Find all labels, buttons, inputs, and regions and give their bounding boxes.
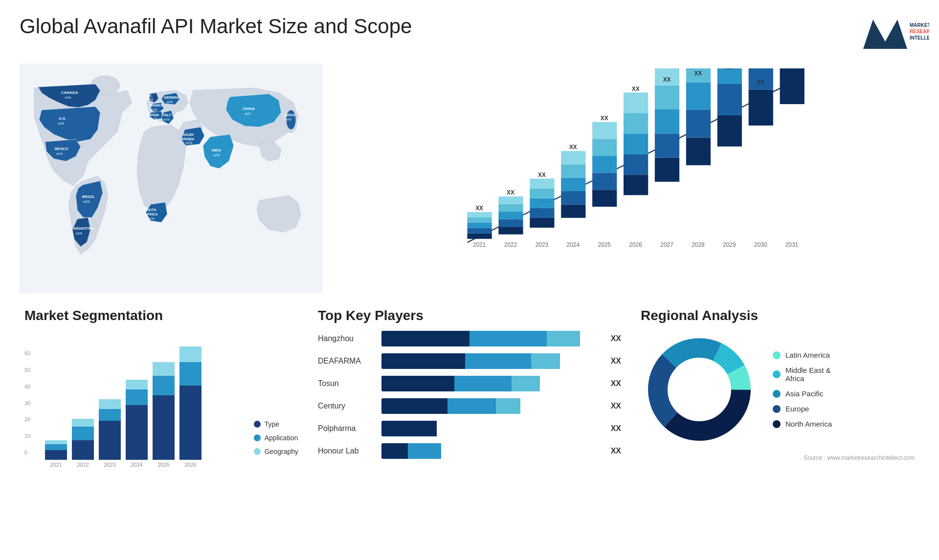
- svg-rect-104: [749, 90, 773, 126]
- player-name-polpharma: Polpharma: [318, 424, 377, 433]
- svg-text:2031: 2031: [785, 241, 799, 248]
- svg-text:xx%: xx%: [65, 96, 71, 99]
- svg-text:2027: 2027: [660, 241, 673, 248]
- svg-rect-65: [561, 178, 585, 191]
- player-row-hangzhou: Hangzhou XX: [318, 331, 621, 346]
- svg-text:xx%: xx%: [186, 141, 192, 145]
- y-label-60: 60: [24, 350, 35, 356]
- svg-text:xx%: xx%: [83, 200, 89, 203]
- svg-point-119: [670, 360, 729, 419]
- seg-bars-area: 2021 2022: [45, 350, 244, 468]
- svg-text:xx%: xx%: [147, 98, 153, 101]
- svg-rect-44: [467, 223, 492, 228]
- svg-text:RESEARCH: RESEARCH: [910, 29, 929, 34]
- svg-rect-58: [530, 198, 554, 208]
- svg-rect-59: [530, 189, 554, 198]
- svg-text:2028: 2028: [692, 241, 705, 248]
- player-xx-tosun: XX: [611, 379, 621, 388]
- player-name-century: Century: [318, 402, 377, 410]
- dot-latin-america: [773, 351, 781, 359]
- page-title: Global Avanafil API Market Size and Scop…: [20, 15, 412, 38]
- label-north-america: North America: [785, 420, 832, 428]
- player-bar-honour-lab: [381, 443, 602, 459]
- svg-rect-91: [686, 138, 711, 166]
- svg-rect-84: [655, 158, 679, 182]
- svg-text:U.S.: U.S.: [59, 116, 67, 121]
- svg-rect-81: [624, 92, 648, 113]
- svg-text:2029: 2029: [723, 241, 736, 248]
- player-bar-hangzhou: [381, 331, 602, 346]
- seg-bar-2022: 2022: [72, 419, 94, 468]
- player-name-honour-lab: Honour Lab: [318, 447, 377, 455]
- svg-text:XX: XX: [507, 189, 514, 196]
- label-asia-pacific: Asia Pacific: [785, 389, 824, 398]
- regional-section: Regional Analysis: [636, 303, 919, 538]
- source-text: Source : www.marketresearchintellect.com: [804, 454, 915, 461]
- svg-text:SAUDI: SAUDI: [183, 133, 194, 136]
- legend-application: Application: [254, 434, 298, 442]
- svg-text:BRAZIL: BRAZIL: [82, 195, 95, 198]
- svg-text:2026: 2026: [629, 241, 642, 248]
- y-label-10: 10: [24, 433, 35, 439]
- player-row-century: Century XX: [318, 398, 621, 414]
- svg-text:2024: 2024: [567, 241, 580, 248]
- svg-text:2023: 2023: [536, 241, 549, 248]
- svg-rect-52: [498, 204, 523, 212]
- seg-bar-2024: 2024: [126, 380, 148, 468]
- svg-rect-72: [592, 156, 617, 173]
- svg-text:xx%: xx%: [151, 108, 157, 111]
- legend-dot-type: [254, 421, 261, 428]
- player-row-polpharma: Polpharma XX: [318, 421, 621, 436]
- player-row-honour-lab: Honour Lab XX: [318, 443, 621, 459]
- svg-rect-92: [686, 110, 711, 138]
- svg-text:2022: 2022: [504, 241, 517, 248]
- svg-text:AFRICA: AFRICA: [145, 213, 157, 216]
- svg-rect-43: [467, 228, 492, 234]
- seg-bar-2026: 2026: [179, 346, 201, 468]
- svg-rect-71: [592, 173, 617, 190]
- player-xx-deafarma: XX: [611, 357, 621, 366]
- world-map: CANADA xx% U.S. xx% MEXICO xx% BRAZIL: [20, 64, 323, 293]
- player-xx-polpharma: XX: [611, 424, 621, 433]
- bar-chart-svg: XX 2021 XX 2022: [337, 68, 910, 274]
- svg-rect-63: [561, 204, 585, 217]
- seg-bar-2025: 2025: [153, 362, 175, 468]
- svg-text:SPAIN: SPAIN: [149, 113, 159, 117]
- key-players-title: Top Key Players: [318, 308, 621, 323]
- dot-middle-east-africa: [773, 370, 781, 378]
- svg-text:XX: XX: [725, 68, 733, 71]
- svg-text:CANADA: CANADA: [61, 90, 78, 95]
- players-list: Hangzhou XX DEAFARMA: [318, 331, 621, 459]
- svg-text:ITALY: ITALY: [162, 113, 171, 117]
- player-row-tosun: Tosun XX: [318, 376, 621, 391]
- svg-text:xx%: xx%: [285, 118, 291, 121]
- svg-rect-60: [530, 179, 554, 189]
- legend-dot-geography: [254, 448, 261, 455]
- legend-dot-application: [254, 434, 261, 441]
- svg-rect-53: [498, 196, 523, 204]
- player-xx-century: XX: [611, 402, 621, 410]
- svg-text:XX: XX: [569, 144, 577, 151]
- svg-text:CHINA: CHINA: [243, 107, 255, 111]
- svg-text:xx%: xx%: [151, 117, 157, 121]
- y-label-30: 30: [24, 400, 35, 406]
- svg-rect-73: [592, 139, 617, 156]
- svg-text:2030: 2030: [754, 241, 767, 248]
- legend-type: Type: [254, 420, 298, 428]
- label-latin-america: Latin America: [785, 351, 830, 359]
- svg-rect-86: [655, 109, 679, 133]
- bottom-section: Market Segmentation 0 10 20 30 40 50 60: [20, 303, 919, 538]
- svg-rect-46: [467, 212, 492, 217]
- main-grid: CANADA xx% U.S. xx% MEXICO xx% BRAZIL: [20, 64, 919, 538]
- svg-text:XX: XX: [632, 86, 640, 92]
- svg-rect-98: [717, 115, 742, 147]
- svg-rect-64: [561, 191, 585, 204]
- svg-text:MEXICO: MEXICO: [55, 147, 68, 151]
- header: Global Avanafil API Market Size and Scop…: [20, 15, 919, 54]
- svg-text:xx%: xx%: [148, 217, 155, 220]
- svg-text:MARKET: MARKET: [910, 22, 929, 28]
- svg-text:JAPAN: JAPAN: [284, 113, 295, 117]
- svg-rect-77: [624, 174, 648, 195]
- svg-text:INTELLECT: INTELLECT: [910, 35, 929, 41]
- regional-title: Regional Analysis: [641, 308, 915, 323]
